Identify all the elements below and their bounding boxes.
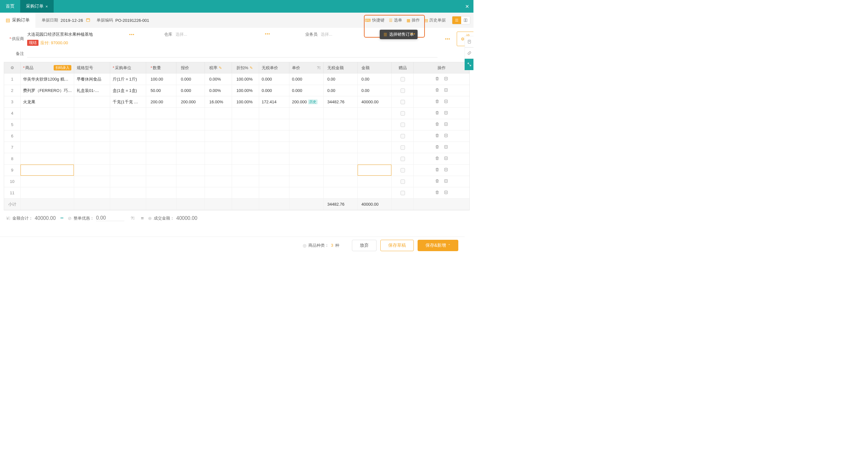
table-row[interactable]: 7: [4, 142, 469, 153]
cell-ntamount[interactable]: [323, 165, 358, 176]
cell-tax[interactable]: [205, 130, 232, 142]
delete-row-icon[interactable]: [435, 88, 439, 93]
warehouse-input[interactable]: 选择...: [176, 32, 187, 37]
table-row[interactable]: 3 火龙果 千克(1千克 … 200.00 200.000 16.00% 100…: [4, 96, 469, 108]
gift-checkbox[interactable]: [401, 88, 405, 93]
cell-unit[interactable]: [110, 142, 146, 153]
cell-qty[interactable]: [146, 119, 177, 130]
cell-ntprice[interactable]: [259, 165, 289, 176]
rail-notes-button[interactable]: [465, 36, 473, 48]
cell-product[interactable]: 华美华夫软饼1200g 糕…: [21, 74, 74, 85]
rail-link-button[interactable]: [465, 48, 473, 59]
view-form-button[interactable]: [461, 17, 470, 24]
scan-badge[interactable]: 扫码录入: [54, 65, 71, 70]
cell-quote[interactable]: 200.000: [177, 96, 205, 108]
cell-ntamount[interactable]: [323, 187, 358, 198]
cell-amount[interactable]: [358, 153, 392, 164]
cell-gift[interactable]: [392, 74, 414, 85]
cell-price[interactable]: 0.000: [289, 74, 323, 85]
remark-input[interactable]: [27, 50, 437, 58]
cell-tax[interactable]: 0.00%: [205, 74, 232, 85]
cell-spec[interactable]: [74, 165, 110, 176]
cell-discount[interactable]: [232, 130, 259, 142]
cell-ntprice[interactable]: [259, 142, 289, 153]
cell-ntprice[interactable]: [259, 153, 289, 164]
cell-ntamount[interactable]: [323, 176, 358, 187]
add-row-icon[interactable]: [444, 133, 448, 139]
cell-amount[interactable]: [358, 130, 392, 142]
window-close-button[interactable]: ×: [461, 0, 473, 12]
cell-amount[interactable]: [358, 187, 392, 198]
cell-qty[interactable]: [146, 142, 177, 153]
delete-row-icon[interactable]: [435, 145, 439, 150]
close-icon[interactable]: ×: [45, 4, 48, 9]
cell-price[interactable]: 0.000: [289, 85, 323, 96]
edit-icon[interactable]: ✎: [219, 66, 222, 70]
discard-button[interactable]: 放弃: [352, 240, 377, 251]
help-icon[interactable]: ?⃝: [131, 216, 134, 221]
cell-unit[interactable]: [110, 119, 146, 130]
cell-tax[interactable]: [205, 142, 232, 153]
cell-discount[interactable]: 100.00%: [232, 74, 259, 85]
cell-ntprice[interactable]: 172.414: [259, 96, 289, 108]
cell-product[interactable]: 火龙果: [21, 96, 74, 108]
table-row[interactable]: 4: [4, 108, 469, 119]
cell-qty[interactable]: 200.00: [146, 96, 177, 108]
cell-unit[interactable]: [110, 153, 146, 164]
table-row[interactable]: 2 费列罗（FERRERO）巧… 礼盒装01-… 盒(1盒 = 1盒) 50.0…: [4, 85, 469, 96]
cell-price[interactable]: [289, 153, 323, 164]
cell-ntprice[interactable]: [259, 130, 289, 142]
rail-expand-button[interactable]: [465, 59, 473, 70]
cell-discount[interactable]: [232, 108, 259, 119]
delete-row-icon[interactable]: [435, 190, 439, 196]
cell-tax[interactable]: [205, 119, 232, 130]
cell-ntprice[interactable]: [259, 187, 289, 198]
cell-discount[interactable]: [232, 153, 259, 164]
help-icon[interactable]: ?⃝: [317, 65, 321, 70]
cell-quote[interactable]: [177, 130, 205, 142]
cell-qty[interactable]: [146, 130, 177, 142]
cell-ntprice[interactable]: 0.000: [259, 85, 289, 96]
cell-spec[interactable]: [74, 96, 110, 108]
cell-spec[interactable]: 早餐休闲食品: [74, 74, 110, 85]
add-row-icon[interactable]: [444, 99, 448, 105]
cell-spec[interactable]: [74, 187, 110, 198]
add-row-icon[interactable]: [444, 122, 448, 127]
cell-gift[interactable]: [392, 119, 414, 130]
cell-ntamount[interactable]: [323, 153, 358, 164]
cell-ntprice[interactable]: [259, 108, 289, 119]
cell-tax[interactable]: [205, 153, 232, 164]
cell-spec[interactable]: [74, 130, 110, 142]
delete-row-icon[interactable]: [435, 133, 439, 139]
history-badge[interactable]: 历史: [308, 99, 317, 104]
view-list-button[interactable]: [452, 17, 461, 24]
cell-spec[interactable]: [74, 142, 110, 153]
cell-quote[interactable]: [177, 176, 205, 187]
cell-unit[interactable]: [110, 176, 146, 187]
cell-product[interactable]: [21, 165, 74, 176]
cell-amount[interactable]: [358, 176, 392, 187]
table-row[interactable]: 9: [4, 165, 469, 176]
cell-amount[interactable]: 0.00: [358, 85, 392, 96]
add-row-icon[interactable]: [444, 179, 448, 184]
cell-discount[interactable]: 100.00%: [232, 96, 259, 108]
cell-ntamount[interactable]: [323, 108, 358, 119]
gift-checkbox[interactable]: [401, 100, 405, 104]
gift-checkbox[interactable]: [401, 157, 405, 161]
cell-unit[interactable]: [110, 108, 146, 119]
cell-product[interactable]: [21, 153, 74, 164]
gift-checkbox[interactable]: [401, 145, 405, 150]
cell-quote[interactable]: [177, 153, 205, 164]
cell-qty[interactable]: [146, 176, 177, 187]
form-more-icon[interactable]: •••: [445, 37, 451, 41]
cell-tax[interactable]: [205, 165, 232, 176]
cell-amount[interactable]: [358, 165, 392, 176]
cell-gift[interactable]: [392, 142, 414, 153]
gift-checkbox[interactable]: [401, 191, 405, 195]
cell-quote[interactable]: [177, 165, 205, 176]
cell-quote[interactable]: [177, 108, 205, 119]
cell-spec[interactable]: [74, 119, 110, 130]
cell-ntamount[interactable]: [323, 119, 358, 130]
warehouse-more-icon[interactable]: •••: [265, 32, 270, 37]
gift-checkbox[interactable]: [401, 77, 405, 82]
